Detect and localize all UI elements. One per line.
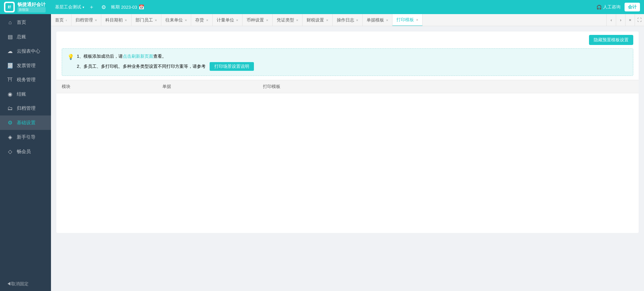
unpin-label: ◀︎取消固定 <box>7 281 29 287</box>
notice-row-2: 💡 2、多员工、多打印机、多种业务类型设置不同打印方案等，请参考 打印场景设置说… <box>67 62 628 71</box>
guide-icon: ◈ <box>7 134 13 140</box>
tab-currency[interactable]: 币种设置 × <box>243 14 272 26</box>
app-wrapper: 好 畅捷通好会计 旗舰版 基层工会测试 ▾ ＋ ⚙ 账期 2023-03 📅 🎧 <box>0 0 644 291</box>
sidebar-item-guide[interactable]: ◈ 新手引导 <box>0 130 51 144</box>
tab-currency-label: 币种设置 <box>247 17 264 23</box>
tab-currency-close[interactable]: × <box>266 18 268 22</box>
sidebar-label-ledger: 总账 <box>17 34 26 40</box>
col-module-header: 模块 <box>56 84 157 90</box>
tab-department-close[interactable]: × <box>155 18 157 22</box>
tab-taxset-label: 财税设置 <box>307 17 324 23</box>
notice-refresh-link[interactable]: 点击刷新新页面 <box>123 54 153 59</box>
calendar-icon[interactable]: 📅 <box>139 4 144 10</box>
main-layout: ⌂ 首页 ▤ 总账 ☁ 云报表中心 🧾 发票管理 ⛩ 税务管理 <box>0 14 644 291</box>
col-slip-header: 单据 <box>157 84 258 90</box>
member-icon: ◇ <box>7 148 13 155</box>
sidebar-item-home[interactable]: ⌂ 首页 <box>0 15 51 30</box>
sidebar-item-member[interactable]: ◇ 畅会员 <box>0 144 51 159</box>
top-bar-right: 🎧 人工咨询 会计 <box>596 3 640 11</box>
tab-unit-label: 计量单位 <box>217 17 234 23</box>
tab-home-arrow: ‹ <box>66 18 67 22</box>
add-tab-button[interactable]: ＋ <box>87 2 96 12</box>
account-button[interactable]: 会计 <box>625 3 640 11</box>
archive-icon: 🗂 <box>7 105 13 111</box>
tab-printtemplate[interactable]: 打印模板 × <box>392 14 422 26</box>
logo-icon: 好 <box>4 2 15 12</box>
tab-partner[interactable]: 往来单位 × <box>161 14 191 26</box>
logo-text: 畅捷通好会计 旗舰版 <box>17 2 46 13</box>
tab-expand[interactable]: ⛶ <box>635 14 644 26</box>
tab-inventory-label: 存货 <box>195 17 204 23</box>
notice-box: 💡 1、模板添加成功后，请点击刷新新页面查看。 💡 2、多员工、多打印机、多种业… <box>62 48 633 76</box>
tab-sliptemplate[interactable]: 单据模板 × <box>363 14 392 26</box>
top-bar-center: 基层工会测试 ▾ ＋ ⚙ 账期 2023-03 📅 <box>55 2 596 12</box>
service-button[interactable]: 🎧 人工咨询 <box>596 4 621 10</box>
hide-preview-button[interactable]: 隐藏预置模板设置 <box>589 35 633 45</box>
tab-scroll-right[interactable]: › <box>616 14 625 26</box>
tab-department[interactable]: 部门员工 × <box>131 14 161 26</box>
tab-home-label: 首页 <box>55 17 64 23</box>
tab-archive-close[interactable]: × <box>95 18 97 22</box>
sidebar: ⌂ 首页 ▤ 总账 ☁ 云报表中心 🧾 发票管理 ⛩ 税务管理 <box>0 14 51 291</box>
notice-line2-before: 2、多员工、多打印机、多种业务类型设置不同打印方案等，请参考 <box>77 64 206 69</box>
company-selector[interactable]: 基层工会测试 ▾ <box>55 4 84 10</box>
tab-voucher-close[interactable]: × <box>296 18 298 22</box>
tab-inventory[interactable]: 存货 × <box>191 14 212 26</box>
sidebar-item-tax[interactable]: ⛩ 税务管理 <box>0 73 51 87</box>
tab-subject[interactable]: 科目期初 × <box>101 14 131 26</box>
notice-line1-before: 1、模板添加成功后，请 <box>77 54 123 59</box>
page-content: 隐藏预置模板设置 💡 1、模板添加成功后，请点击刷新新页面查看。 💡 <box>51 26 644 291</box>
notice-line1-after: 查看。 <box>153 54 166 59</box>
tab-oplog-close[interactable]: × <box>356 18 358 22</box>
tab-close-all[interactable]: × <box>625 14 635 26</box>
sidebar-item-invoice[interactable]: 🧾 发票管理 <box>0 58 51 73</box>
sidebar-item-settings[interactable]: ⚙ 基础设置 <box>0 115 51 130</box>
tab-subject-label: 科目期初 <box>105 17 123 23</box>
notice-row-1: 💡 1、模板添加成功后，请点击刷新新页面查看。 <box>67 53 628 60</box>
tab-voucher[interactable]: 凭证类型 × <box>273 14 303 26</box>
sidebar-label-invoice: 发票管理 <box>17 63 36 69</box>
sidebar-label-member: 畅会员 <box>17 149 31 155</box>
tab-unit-close[interactable]: × <box>236 18 238 22</box>
content-area: 首页 ‹ 归档管理 × 科目期初 × 部门员工 × 往来单位 × <box>51 14 644 291</box>
page-action-bar: 隐藏预置模板设置 <box>56 32 639 48</box>
tab-subject-close[interactable]: × <box>125 18 127 22</box>
settings-icon[interactable]: ⚙ <box>99 2 108 12</box>
service-label: 人工咨询 <box>603 4 621 10</box>
headset-icon: 🎧 <box>596 5 602 10</box>
cloud-icon: ☁ <box>7 48 13 54</box>
ledger-icon: ▤ <box>7 34 13 40</box>
sidebar-item-ledger[interactable]: ▤ 总账 <box>0 30 51 44</box>
tab-printtemplate-close[interactable]: × <box>416 18 418 22</box>
sidebar-item-close[interactable]: ◉ 结账 <box>0 87 51 101</box>
table-header: 模块 单据 打印模板 <box>56 80 639 93</box>
sidebar-label-tax: 税务管理 <box>17 77 36 83</box>
tab-archive-label: 归档管理 <box>75 17 93 23</box>
period-label: 账期 <box>111 4 120 10</box>
print-scene-button[interactable]: 打印场景设置说明 <box>210 62 254 71</box>
tab-scroll-left[interactable]: ‹ <box>606 14 616 26</box>
sidebar-item-reports[interactable]: ☁ 云报表中心 <box>0 44 51 58</box>
close-books-icon: ◉ <box>7 91 13 97</box>
company-name: 基层工会测试 <box>55 4 81 10</box>
sidebar-unpin-button[interactable]: ◀︎取消固定 <box>0 277 51 291</box>
sidebar-item-archive[interactable]: 🗂 归档管理 <box>0 101 51 115</box>
tab-home[interactable]: 首页 ‹ <box>51 14 71 26</box>
sidebar-label-archive: 归档管理 <box>17 105 36 111</box>
sidebar-label-home: 首页 <box>17 19 26 26</box>
tax-icon: ⛩ <box>7 77 13 83</box>
tab-sliptemplate-close[interactable]: × <box>386 18 388 22</box>
tab-inventory-close[interactable]: × <box>206 18 208 22</box>
tab-archive[interactable]: 归档管理 × <box>71 14 101 26</box>
tab-taxset-close[interactable]: × <box>326 18 328 22</box>
tab-unit[interactable]: 计量单位 × <box>213 14 243 26</box>
tab-taxset[interactable]: 财税设置 × <box>303 14 332 26</box>
invoice-icon: 🧾 <box>7 62 13 69</box>
home-icon: ⌂ <box>7 19 13 26</box>
tab-printtemplate-label: 打印模板 <box>396 17 414 23</box>
tab-oplog[interactable]: 操作日志 × <box>333 14 363 26</box>
tab-voucher-label: 凭证类型 <box>277 17 294 23</box>
tab-partner-close[interactable]: × <box>185 18 187 22</box>
notice-line1: 1、模板添加成功后，请点击刷新新页面查看。 <box>77 53 166 59</box>
logo-sub: 旗舰版 <box>17 7 46 12</box>
